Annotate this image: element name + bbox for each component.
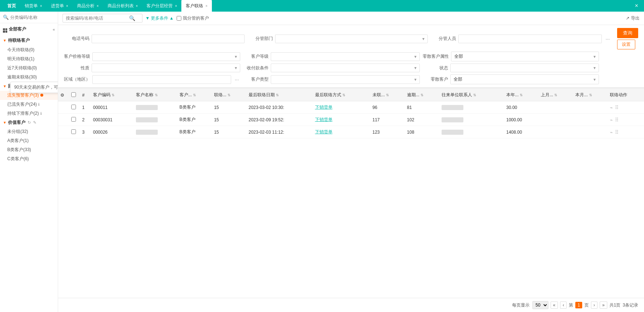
row-code-1: 00030031 xyxy=(91,114,134,126)
prev-page-button[interactable]: ‹ xyxy=(560,301,567,309)
filter-payment-select[interactable]: ▾ xyxy=(271,64,419,72)
sidebar-search-input[interactable] xyxy=(10,15,58,20)
row-last-way-link-1[interactable]: 下销货单 xyxy=(315,117,333,122)
row-checkbox-input-0[interactable] xyxy=(71,105,76,109)
col-settings[interactable]: ⚙ xyxy=(58,89,69,101)
search-button[interactable]: 🔍 xyxy=(129,15,135,21)
col-last-contact-date[interactable]: 最后联络日期 ⇅ xyxy=(246,89,313,101)
table-row: 2 00030031 blurred B类客户 15 2023-02-09 19… xyxy=(58,114,644,126)
more-action-icon-0[interactable]: ⠿ xyxy=(615,105,619,110)
sidebar-all-customers[interactable]: 全部客户 « xyxy=(0,23,58,36)
sidebar-item-overdue[interactable]: 逾期未联络(30) xyxy=(0,73,58,82)
page-size-select[interactable]: 50 xyxy=(532,301,548,309)
last-page-button[interactable]: » xyxy=(600,301,607,309)
close-tab-sales[interactable]: × xyxy=(40,4,42,8)
sidebar-item-today[interactable]: 今天待联络(0) xyxy=(0,45,58,54)
col-overdue[interactable]: 逾期... ⇅ xyxy=(405,89,439,101)
col-last-contact-way[interactable]: 最后联络方式 ⇅ xyxy=(313,89,370,101)
refresh-icon[interactable]: ↻ xyxy=(28,120,31,125)
col-code[interactable]: 客户编码 ⇅ xyxy=(91,89,134,101)
filter-manager-input[interactable] xyxy=(458,35,602,43)
row-contact-person-2: blurred xyxy=(439,126,504,138)
row-checkbox-1[interactable] xyxy=(69,114,80,126)
row-last-way-1[interactable]: 下销货单 xyxy=(313,114,370,126)
more-conditions-button[interactable]: ▼ 更多条件 ▲ xyxy=(145,15,174,21)
row-last-way-link-2[interactable]: 下销货单 xyxy=(315,129,333,134)
sidebar-item-week[interactable]: 近7天待联络(0) xyxy=(0,64,58,73)
arrow-down-icon: ▼ xyxy=(3,39,7,42)
filter-scattered-attr-select[interactable]: 全部 ▾ xyxy=(451,52,599,61)
edit-icon[interactable]: ✎ xyxy=(33,120,36,125)
row-type-1: B类客户 xyxy=(177,114,212,126)
sidebar-item-c-class[interactable]: C类客户(6) xyxy=(0,154,58,163)
close-tab-purchase[interactable]: × xyxy=(66,4,68,8)
sidebar-collapse-button[interactable]: « xyxy=(53,27,55,32)
sidebar-item-unclassified[interactable]: 未分组(32) xyxy=(0,127,58,136)
sidebar-item-a-class[interactable]: A类客户(1) xyxy=(0,136,58,145)
nav-tab-purchase[interactable]: 进货单 × xyxy=(47,0,73,12)
query-button[interactable]: 查询 xyxy=(617,28,638,38)
filter-customer-level-select[interactable]: ▾ xyxy=(271,52,419,61)
row-contact-person-blurred-1: blurred xyxy=(442,117,463,122)
contact-action-icon-1[interactable]: ⌁ xyxy=(610,117,613,123)
sidebar-item-already-lost[interactable]: 已流失客户(24) ℹ xyxy=(0,100,58,109)
nav-tab-customer-segment[interactable]: 客户分层经营 × xyxy=(142,0,181,12)
more-region-button[interactable]: ··· xyxy=(233,77,241,82)
filter-status-label: 状态 xyxy=(423,65,448,71)
nav-tab-sales[interactable]: 销货单 × xyxy=(20,0,47,12)
col-un-contact[interactable]: 未联... ⇅ xyxy=(370,89,405,101)
filter-nature-select[interactable]: ▾ xyxy=(92,64,240,72)
close-all-button[interactable]: × xyxy=(632,3,641,9)
export-button[interactable]: ↗ 导出 xyxy=(626,15,640,21)
next-page-button[interactable]: › xyxy=(591,301,597,309)
col-this-year[interactable]: 本年... ⇅ xyxy=(504,89,539,101)
more-action-icon-1[interactable]: ⠿ xyxy=(615,117,619,123)
contact-action-icon-2[interactable]: ⌁ xyxy=(610,129,613,135)
filter-region-input[interactable] xyxy=(92,75,231,84)
contact-action-icon-0[interactable]: ⌁ xyxy=(610,105,613,110)
settings-button[interactable]: 设置 xyxy=(617,40,635,49)
row-last-way-0[interactable]: 下销货单 xyxy=(313,101,370,114)
sidebar-item-b-class[interactable]: B类客户(33) xyxy=(0,145,58,154)
filter-status-select[interactable]: ▾ xyxy=(450,64,599,72)
close-tab-customer-contact[interactable]: × xyxy=(205,4,208,8)
nav-tab-analysis-list[interactable]: 商品分析列表 × xyxy=(103,0,142,12)
sidebar-group-pending-contact[interactable]: ▼ 待联络客户 xyxy=(0,36,58,45)
row-contact-person-1: blurred xyxy=(439,114,504,126)
nav-tab-customer-contact[interactable]: 客户联络 × xyxy=(181,0,212,12)
more-manager-button[interactable]: ··· xyxy=(604,36,611,42)
row-checkbox-input-2[interactable] xyxy=(71,129,76,134)
row-checkbox-0[interactable] xyxy=(69,101,80,114)
col-this-month[interactable]: 本月... ⇅ xyxy=(573,89,608,101)
sidebar-search-icon[interactable]: 🔍 xyxy=(3,15,9,20)
filter-customer-type-select[interactable]: ▾ xyxy=(271,75,419,84)
sidebar-item-recover[interactable]: 持续下滑客户(2) ℹ xyxy=(0,109,58,118)
close-tab-customer-segment[interactable]: × xyxy=(175,4,177,8)
col-contact[interactable]: 联络... ⇅ xyxy=(212,89,246,101)
col-type[interactable]: 客户... ⇅ xyxy=(177,89,212,101)
more-action-icon-2[interactable]: ⠿ xyxy=(615,129,619,135)
nav-tab-home[interactable]: 首页 xyxy=(3,0,20,12)
col-name[interactable]: 客户名称 ⇅ xyxy=(134,89,177,101)
filter-dept-select[interactable]: ▾ xyxy=(275,35,428,43)
row-last-way-2[interactable]: 下销货单 xyxy=(313,126,370,138)
my-customers-checkbox[interactable] xyxy=(177,16,181,21)
sidebar-item-tomorrow[interactable]: 明天待联络(1) xyxy=(0,54,58,64)
filter-status: 状态 ▾ xyxy=(423,64,599,72)
row-last-way-link-0[interactable]: 下销货单 xyxy=(315,105,333,110)
chevron-down-icon-2: ▾ xyxy=(235,54,237,59)
filter-phone-input[interactable] xyxy=(92,35,245,43)
filter-price-level-select[interactable]: ▾ xyxy=(92,52,240,61)
close-tab-analysis-list[interactable]: × xyxy=(136,4,138,8)
first-page-button[interactable]: « xyxy=(551,301,558,309)
row-checkbox-input-1[interactable] xyxy=(71,117,76,122)
col-contact-person[interactable]: 往来单位联系人 ⇅ xyxy=(439,89,504,101)
filter-scattered-select[interactable]: 全部 ▾ xyxy=(450,74,599,84)
nav-tab-analysis[interactable]: 商品分析 × xyxy=(73,0,103,12)
my-customers-checkbox-label[interactable]: 我分管的客户 xyxy=(177,15,209,21)
select-all-checkbox[interactable] xyxy=(71,92,76,97)
close-tab-analysis[interactable]: × xyxy=(97,4,99,8)
col-last-month[interactable]: 上月... ⇅ xyxy=(539,89,573,101)
row-checkbox-2[interactable] xyxy=(69,126,80,138)
search-input[interactable] xyxy=(66,16,128,21)
